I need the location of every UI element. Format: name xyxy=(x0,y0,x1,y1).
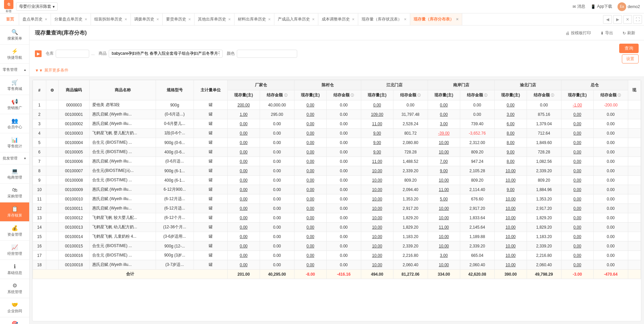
cell-yuibei-cur[interactable]: 10.00 xyxy=(494,232,527,241)
cell-yuibei-cur[interactable]: 10.00 xyxy=(494,176,527,185)
close-icon[interactable]: ✕ xyxy=(404,17,407,21)
close-icon[interactable]: ✕ xyxy=(352,17,355,21)
cell-yuibei-cur[interactable]: 8.00 xyxy=(494,129,527,138)
cell-total-cur[interactable]: -1.00 xyxy=(561,100,593,110)
cell-factory-cur[interactable]: 0.00 xyxy=(227,204,260,213)
cell-jiangbei-cur[interactable]: 10.00 xyxy=(361,185,393,194)
sidebar-item-ecom[interactable]: 💻 电商管理 xyxy=(0,165,29,184)
tab-inventory-check[interactable]: 盘点单历史 ✕ xyxy=(19,13,51,26)
cell-jiangbei-cur[interactable]: 9.00 xyxy=(361,147,393,157)
sidebar-item-purchase[interactable]: 🛍 采购管理 xyxy=(0,184,29,202)
cell-chen-cur[interactable]: 0.00 xyxy=(294,166,326,176)
cell-jiangbei-cur[interactable]: 10.00 xyxy=(361,260,393,270)
cell-nanan-cur[interactable]: 10.00 xyxy=(428,138,460,147)
info-icon[interactable]: ⓘ xyxy=(618,93,621,97)
cell-total-cur[interactable]: 0.00 xyxy=(561,223,593,232)
cell-total-cur[interactable]: 0.00 xyxy=(561,166,593,176)
cell-nanan-cur[interactable]: 0.00 xyxy=(428,100,460,110)
cell-yuibei-cur[interactable]: 3.00 xyxy=(494,110,527,119)
cell-chen-cur[interactable]: 0.00 xyxy=(294,194,326,204)
tab-assemble[interactable]: 组装拆卸单历史 ✕ xyxy=(91,13,131,26)
cell-chen-cur[interactable]: 0.00 xyxy=(294,251,326,260)
cell-nanan-cur[interactable]: 10.00 xyxy=(428,213,460,223)
cell-jiangbei-cur[interactable]: 109.00 xyxy=(361,110,393,119)
close-icon[interactable]: ✕ xyxy=(45,17,47,21)
cell-chen-cur[interactable]: 0.00 xyxy=(294,260,326,270)
sidebar-item-member[interactable]: 👥 会员中心 xyxy=(0,114,29,133)
cell-chen-cur[interactable]: 0.00 xyxy=(294,213,326,223)
cell-chen-cur[interactable]: 0.00 xyxy=(294,176,326,185)
settings-btn[interactable]: 设置 xyxy=(622,54,639,63)
cell-chen-cur[interactable]: 0.00 xyxy=(294,110,326,119)
info-icon[interactable]: ⓘ xyxy=(484,93,487,97)
cell-yuibei-cur[interactable]: 8.00 xyxy=(494,138,527,147)
info-icon[interactable]: ⓘ xyxy=(417,93,421,97)
nav-next-btn[interactable]: ▶ xyxy=(613,15,622,24)
cell-nanan-cur[interactable]: 9.00 xyxy=(428,166,460,176)
cell-chen-cur[interactable]: 0.00 xyxy=(294,147,326,157)
close-icon[interactable]: ✕ xyxy=(124,17,127,21)
tab-cost-adjust[interactable]: 成本调整单历史 ✕ xyxy=(318,13,358,26)
cell-yuibei-cur[interactable]: 10.00 xyxy=(494,241,527,251)
close-icon[interactable]: ✕ xyxy=(268,17,271,21)
query-btn[interactable]: 查询 xyxy=(619,44,639,53)
cell-yuibei-cur[interactable]: 10.00 xyxy=(494,223,527,232)
print-btn[interactable]: 🖨 按模板打印 xyxy=(562,29,594,37)
sidebar-item-search[interactable]: 🔍 搜索英单 xyxy=(0,26,29,45)
cell-yuibei-cur[interactable]: 10.00 xyxy=(494,204,527,213)
sidebar-item-system[interactable]: ⚙ 系统管理 xyxy=(0,279,29,298)
close-icon[interactable]: ✕ xyxy=(85,17,87,21)
cell-chen-cur[interactable]: 0.00 xyxy=(294,185,326,194)
cell-total-cur[interactable]: 0.00 xyxy=(561,157,593,166)
cell-factory-cur[interactable]: 0.00 xyxy=(227,129,260,138)
cell-jiangbei-cur[interactable]: 10.00 xyxy=(361,241,393,251)
cell-total-cur[interactable]: 0.00 xyxy=(561,147,593,157)
cell-chen-cur[interactable]: 0.00 xyxy=(294,119,326,129)
cell-jiangbei-cur[interactable]: 11.00 xyxy=(361,157,393,166)
industry-selector[interactable]: 母婴行业演示陈套 ▾ xyxy=(16,2,58,11)
tab-branch-check[interactable]: 分量盘点单历史 ✕ xyxy=(51,13,91,26)
user-menu[interactable]: Ea demo2 xyxy=(618,2,640,11)
cell-yuibei-cur[interactable]: 0.00 xyxy=(494,100,527,110)
cell-jiangbei-cur[interactable]: 10.00 xyxy=(361,223,393,232)
cell-nanan-cur[interactable]: 0.00 xyxy=(428,110,460,119)
cell-jiangbei-cur[interactable]: 10.00 xyxy=(361,232,393,241)
sidebar-item-retail-mall[interactable]: 🛒 零售商城 xyxy=(0,76,29,95)
info-icon[interactable]: ⓘ xyxy=(551,93,554,97)
cell-nanan-cur[interactable]: 10.00 xyxy=(428,260,460,270)
cell-jiangbei-cur[interactable]: 10.00 xyxy=(361,176,393,185)
sidebar-item-nav[interactable]: ⚡ 快捷导航 xyxy=(0,45,29,64)
sidebar-item-retail-mgmt[interactable]: 零售管理 ▲ xyxy=(0,64,29,76)
cell-total-cur[interactable]: 0.00 xyxy=(561,194,593,204)
logo-area[interactable]: 仓 标签 xyxy=(4,0,13,13)
nav-close-all-btn[interactable]: ✕ xyxy=(623,15,632,24)
cell-factory-cur[interactable]: 0.00 xyxy=(227,194,260,204)
warehouse-ellipsis[interactable]: ... xyxy=(91,51,95,56)
cell-factory-cur[interactable]: 0.00 xyxy=(227,119,260,129)
cell-nanan-cur[interactable]: 11.00 xyxy=(428,185,460,194)
cell-total-cur[interactable]: 0.00 xyxy=(561,129,593,138)
cell-total-cur[interactable]: 0.00 xyxy=(561,119,593,129)
sidebar-item-guide[interactable]: 🎯 新手引导 xyxy=(0,317,29,324)
cell-total-cur[interactable]: 0.00 xyxy=(561,110,593,119)
cell-nanan-cur[interactable]: 10.00 xyxy=(428,147,460,157)
info-icon[interactable]: ⓘ xyxy=(351,93,354,97)
cell-total-cur[interactable]: 0.00 xyxy=(561,204,593,213)
cell-nanan-cur[interactable]: 10.00 xyxy=(428,232,460,241)
close-icon[interactable]: ✕ xyxy=(228,17,231,21)
close-icon[interactable]: ✕ xyxy=(188,17,191,21)
cell-total-cur[interactable]: 0.00 xyxy=(561,260,593,270)
cell-yuibei-cur[interactable]: 9.00 xyxy=(494,185,527,194)
cell-jiangbei-cur[interactable]: 9.00 xyxy=(361,138,393,147)
cell-nanan-cur[interactable]: 10.00 xyxy=(428,204,460,213)
cell-yuibei-cur[interactable]: 8.00 xyxy=(494,157,527,166)
cell-chen-cur[interactable]: 0.00 xyxy=(294,129,326,138)
tab-stock-dist[interactable]: 现存量（库存分布表） ✕ xyxy=(410,13,462,26)
cell-total-cur[interactable]: 0.00 xyxy=(561,213,593,223)
goods-input[interactable] xyxy=(109,50,223,58)
message-btn[interactable]: ✉ 消息 xyxy=(573,4,585,9)
cell-jiangbei-cur[interactable]: 11.00 xyxy=(361,119,393,129)
cell-yuibei-cur[interactable]: 10.00 xyxy=(494,213,527,223)
cell-total-cur[interactable]: 0.00 xyxy=(561,232,593,241)
cell-jiangbei-cur[interactable]: 0.00 xyxy=(361,100,393,110)
